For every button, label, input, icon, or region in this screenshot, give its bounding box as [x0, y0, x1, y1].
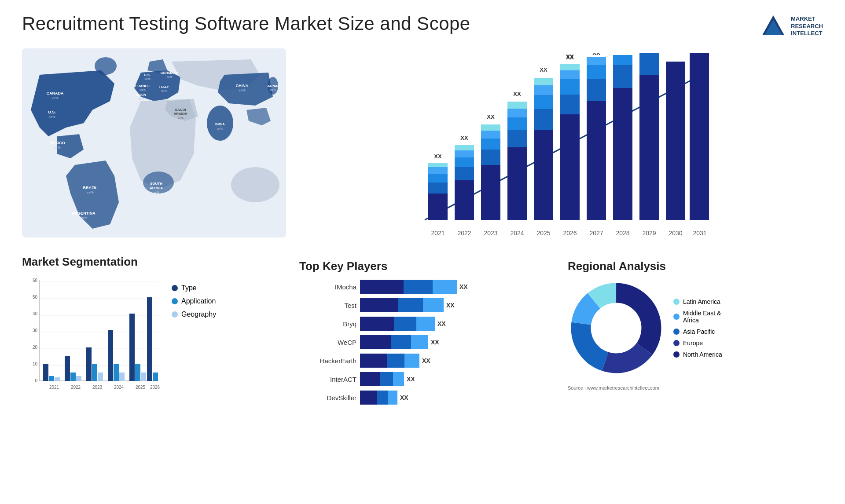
- svg-text:xx%: xx%: [48, 115, 55, 119]
- north-america-dot: [673, 351, 680, 358]
- svg-text:GERMANY: GERMANY: [161, 71, 179, 75]
- svg-text:XX: XX: [592, 53, 600, 56]
- svg-rect-122: [49, 376, 54, 381]
- svg-rect-61: [507, 130, 527, 147]
- svg-text:2021: 2021: [49, 385, 59, 390]
- logo-icon: [760, 13, 786, 40]
- svg-text:xx%: xx%: [87, 190, 93, 194]
- svg-text:U.S.: U.S.: [48, 110, 56, 114]
- svg-text:xx%: xx%: [140, 88, 145, 91]
- player-name-test: Test: [299, 302, 356, 309]
- svg-rect-96: [613, 55, 632, 65]
- reg-legend-mea: Middle East &Africa: [673, 310, 722, 324]
- player-row-test: Test XX: [299, 298, 550, 312]
- svg-text:JAPAN: JAPAN: [267, 84, 279, 88]
- svg-rect-126: [70, 373, 76, 381]
- svg-text:ARGENTINA: ARGENTINA: [72, 211, 96, 215]
- svg-rect-87: [560, 64, 580, 70]
- svg-text:2025: 2025: [536, 230, 550, 237]
- header: Recruitment Testing Software Market Size…: [22, 13, 823, 40]
- svg-text:xx%: xx%: [51, 96, 58, 100]
- svg-text:CHINA: CHINA: [236, 84, 249, 88]
- logo-area: MARKETRESEARCHINTELLECT: [760, 13, 823, 40]
- svg-rect-62: [507, 117, 527, 130]
- svg-rect-68: [534, 95, 553, 109]
- svg-text:XX: XX: [434, 153, 442, 160]
- legend-type: Type: [172, 284, 216, 292]
- svg-text:2027: 2027: [589, 230, 603, 237]
- asia-pacific-label: Asia Pacific: [683, 328, 715, 335]
- segmentation-section: Market Segmentation 0 10 20 30 40 50 60: [22, 255, 286, 398]
- svg-rect-57: [481, 131, 500, 139]
- geography-dot: [172, 311, 178, 318]
- svg-text:xx%: xx%: [161, 89, 167, 92]
- svg-rect-121: [43, 364, 48, 381]
- logo-text: MARKETRESEARCHINTELLECT: [791, 15, 823, 38]
- player-row-interact: InterACT XX: [299, 372, 550, 386]
- svg-text:XX: XX: [460, 135, 468, 141]
- type-dot: [172, 285, 178, 291]
- svg-rect-98: [639, 53, 659, 75]
- svg-text:2030: 2030: [669, 230, 682, 237]
- latin-america-label: Latin America: [683, 298, 720, 305]
- source-text: Source : www.marketresearchintellect.com: [568, 385, 819, 391]
- player-xx-hackerearth: XX: [422, 357, 430, 364]
- svg-text:20: 20: [33, 345, 38, 350]
- svg-text:2028: 2028: [616, 230, 629, 237]
- player-name-bryq: Bryq: [299, 320, 356, 328]
- svg-text:FRANCE: FRANCE: [135, 84, 150, 88]
- svg-rect-42: [428, 194, 448, 220]
- svg-text:2024: 2024: [114, 385, 124, 390]
- segmentation-legend: Type Application Geography: [172, 275, 216, 318]
- svg-text:XX: XX: [513, 91, 521, 97]
- svg-rect-63: [507, 109, 527, 117]
- player-row-imocha: IMocha XX: [299, 280, 550, 294]
- donut-chart: [568, 280, 665, 376]
- svg-rect-123: [55, 377, 60, 381]
- svg-text:ITALY: ITALY: [159, 85, 169, 89]
- svg-text:30: 30: [33, 328, 38, 333]
- svg-rect-127: [76, 376, 81, 381]
- svg-rect-50: [455, 157, 474, 167]
- regional-legend: Latin America Middle East &Africa Asia P…: [673, 298, 722, 358]
- svg-rect-142: [153, 373, 158, 381]
- svg-text:2024: 2024: [510, 230, 524, 237]
- svg-rect-92: [587, 57, 606, 65]
- svg-rect-94: [613, 88, 632, 220]
- growth-chart-section: XX XX XX: [304, 48, 823, 251]
- key-players-section: Top Key Players IMocha XX Test: [295, 255, 555, 413]
- svg-rect-133: [108, 330, 113, 381]
- svg-text:CANADA: CANADA: [47, 91, 64, 95]
- svg-text:40: 40: [33, 311, 38, 316]
- svg-rect-56: [481, 139, 500, 150]
- svg-rect-90: [587, 79, 606, 101]
- svg-point-7: [231, 167, 279, 202]
- svg-rect-129: [86, 347, 92, 381]
- svg-text:2022: 2022: [457, 230, 471, 237]
- player-name-devskiller: DevSkiller: [299, 394, 356, 402]
- svg-rect-130: [92, 364, 97, 381]
- svg-rect-64: [507, 102, 527, 109]
- player-xx-devskiller: XX: [400, 394, 408, 401]
- svg-text:xx%: xx%: [239, 88, 245, 92]
- asia-pacific-dot: [673, 329, 680, 335]
- svg-rect-139: [141, 373, 146, 381]
- reg-legend-north-america: North America: [673, 351, 722, 358]
- legend-geography: Geography: [172, 310, 216, 318]
- mea-label: Middle East &Africa: [683, 310, 721, 324]
- svg-rect-58: [481, 124, 500, 131]
- svg-text:XX: XX: [487, 113, 495, 120]
- svg-rect-125: [65, 356, 70, 381]
- svg-rect-44: [428, 174, 448, 183]
- svg-text:SAUDI: SAUDI: [175, 108, 186, 112]
- svg-text:2025: 2025: [136, 385, 146, 390]
- svg-text:2026: 2026: [563, 230, 577, 237]
- svg-text:SPAIN: SPAIN: [136, 93, 146, 97]
- svg-text:ARABIA: ARABIA: [173, 112, 187, 116]
- europe-label: Europe: [683, 340, 703, 347]
- svg-text:2031: 2031: [693, 230, 706, 237]
- svg-rect-52: [455, 145, 474, 150]
- page-title: Recruitment Testing Software Market Size…: [22, 13, 470, 34]
- svg-rect-131: [98, 373, 103, 381]
- player-name-interact: InterACT: [299, 376, 356, 383]
